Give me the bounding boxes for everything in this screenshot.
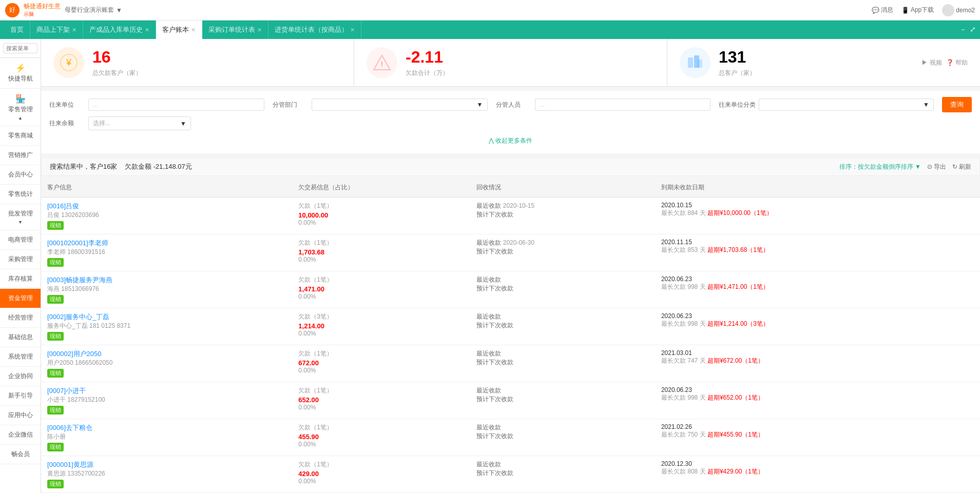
nav-operations[interactable]: 经营管理	[0, 308, 41, 328]
company-select[interactable]: 母婴行业演示账套 ▼	[65, 6, 122, 14]
nav-retail-stats[interactable]: 零售统计	[0, 185, 41, 204]
last-collect-label: 最近收款	[476, 423, 649, 432]
stat-icon-customers: ¥	[53, 47, 84, 78]
app-download-btn[interactable]: 📱 App下载	[901, 6, 934, 14]
tab-close-production[interactable]: ✕	[145, 27, 149, 33]
search-menu-input[interactable]	[3, 43, 37, 53]
nav-finance[interactable]: 资金管理	[0, 289, 41, 308]
tab-production-history[interactable]: 产成品入库单历史 ✕	[83, 21, 156, 39]
tab-close-purchase[interactable]: ✕	[257, 27, 262, 33]
due-date-cell: 2020.06.23 最长欠款 998 天 超期¥1,471.00（1笔）	[655, 271, 980, 308]
nav-ecommerce[interactable]: 电商管理	[0, 230, 41, 250]
overdue-text: 超期¥672.00（1笔）	[707, 357, 764, 364]
balance-input[interactable]: 选择... ▼	[88, 116, 191, 130]
collection-cell: 最近收款 预计下次收款	[470, 345, 655, 382]
nav-enterprise[interactable]: 企业协同	[0, 367, 41, 386]
tab-close-import[interactable]: ✕	[350, 27, 355, 33]
logo-icon: 好	[5, 3, 20, 17]
search-menu-area	[0, 39, 41, 58]
nav-vip-member[interactable]: 畅会员	[0, 445, 41, 464]
debt-amount: 455.90	[298, 433, 464, 441]
customer-name-link[interactable]: [000001]黄思源	[47, 460, 286, 469]
customer-info-cell: [0006]去下粮仓 陈小册 现销	[41, 419, 292, 456]
tab-customer-account[interactable]: 客户账本 ✕	[156, 21, 202, 39]
tab-minimize-btn[interactable]: －	[959, 25, 967, 34]
main-layout: ⚡ 快捷导航 🏪 零售管理 ▲ 零售商城 营销推广 会员中心 零售统计 批发管理…	[0, 39, 980, 493]
debt-amount: 1,214.00	[298, 322, 464, 330]
overdue-days: 最长欠款 884 天 超期¥10,000.00（1笔）	[661, 209, 974, 218]
refresh-btn[interactable]: ↻ 刷新	[952, 163, 971, 171]
overdue-days: 最长欠款 998 天 超期¥1,214.00（3笔）	[661, 320, 974, 328]
collection-cell: 最近收款 预计下次收款	[470, 382, 655, 419]
overdue-days: 最长欠款 853 天 超期¥1,703.68（1笔）	[661, 246, 974, 254]
th-customer-info: 客户信息	[41, 178, 292, 198]
customer-name-link[interactable]: [0002]服务中心_丁磊	[47, 312, 286, 322]
filter-bar: 往来单位 ... 分管部门 ▼ 分管人员 ...	[41, 91, 980, 153]
nav-enterprise-wx[interactable]: 企业微信	[0, 425, 41, 445]
customer-sub: 陈小册	[47, 432, 286, 441]
stat-total-customers: 131 总客户（家） ▶ 视频 ❓ 帮助	[667, 39, 980, 86]
nav-quick[interactable]: ⚡ 快捷导航	[0, 58, 41, 89]
nav-system[interactable]: 系统管理	[0, 347, 41, 367]
customer-tag: 现销	[47, 221, 64, 230]
dept-input[interactable]: ▼	[312, 98, 488, 111]
user-menu[interactable]: demo2	[942, 4, 975, 16]
tab-maximize-btn[interactable]: ⤢	[970, 25, 976, 34]
stat-actions: ▶ 视频 ❓ 帮助	[921, 58, 968, 67]
debt-percent: 0.00%	[298, 441, 464, 448]
export-btn[interactable]: ⊙ 导出	[927, 163, 946, 171]
message-icon: 💬	[872, 7, 879, 14]
last-collect-label: 最近收款 2020-10-15	[476, 202, 649, 210]
staff-label: 分管人员	[496, 101, 532, 109]
unit-category-dropdown-icon: ▼	[923, 101, 929, 108]
tab-home[interactable]: 首页	[4, 21, 30, 39]
nav-basic-info[interactable]: 基础信息	[0, 328, 41, 347]
debt-count: 欠款（1笔）	[298, 202, 464, 210]
nav-retail-store[interactable]: 零售商城	[0, 126, 41, 146]
nav-newcomer[interactable]: 新手引导	[0, 386, 41, 406]
next-collect-label: 预计下次收款	[476, 469, 649, 478]
overdue-days: 最长欠款 750 天 超期¥455.90（1笔）	[661, 430, 974, 439]
customer-name-link[interactable]: [0006]去下粮仓	[47, 423, 286, 432]
nav-inventory[interactable]: 库存核算	[0, 269, 41, 289]
tab-import-stats[interactable]: 进货单统计表（按商品） ✕	[268, 21, 361, 39]
debt-info-cell: 欠款（1笔） 429.00 0.00%	[292, 456, 470, 493]
nav-app-center[interactable]: 应用中心	[0, 406, 41, 425]
customer-name-link[interactable]: [0007]小进干	[47, 386, 286, 396]
customer-name-link[interactable]: [0003]畅捷服务尹海燕	[47, 275, 286, 285]
nav-retail-mgmt[interactable]: 🏪 零售管理 ▲	[0, 89, 41, 126]
table-row: [0006]去下粮仓 陈小册 现销 欠款（1笔） 455.90 0.00% 最近…	[41, 419, 980, 456]
debt-amount: 10,000.00	[298, 211, 464, 219]
collapse-label: 收起更多条件	[495, 137, 532, 144]
due-date-cell: 2020.06.23 最长欠款 998 天 超期¥1,214.00（3笔）	[655, 308, 980, 345]
tab-close-products-off[interactable]: ✕	[72, 27, 76, 33]
collapse-row[interactable]: ⋀ 收起更多条件	[49, 134, 972, 147]
debt-info-cell: 欠款（1笔） 10,000.00 0.00%	[292, 198, 470, 234]
unit-category-input[interactable]: ▼	[759, 98, 934, 111]
help-btn[interactable]: ❓ 帮助	[946, 58, 968, 67]
nav-member[interactable]: 会员中心	[0, 165, 41, 185]
due-date: 2020.06.23	[661, 386, 974, 393]
debt-amount: 429.00	[298, 470, 464, 478]
customer-info-cell: [0016]吕俊 吕俊 13026203696 现销	[41, 198, 292, 234]
next-collect-label: 预计下次收款	[476, 321, 649, 330]
tab-purchase-order[interactable]: 采购订单统计表 ✕	[202, 21, 268, 39]
nav-marketing[interactable]: 营销推广	[0, 146, 41, 165]
nav-purchase[interactable]: 采购管理	[0, 250, 41, 269]
video-btn[interactable]: ▶ 视频	[921, 58, 941, 67]
customer-name-link[interactable]: [0016]吕俊	[47, 202, 286, 211]
tab-products-off[interactable]: 商品上下架 ✕	[30, 21, 83, 39]
customer-name-link[interactable]: [000002]用户2050	[47, 349, 286, 359]
staff-input[interactable]: ...	[535, 98, 711, 111]
source-unit-input[interactable]: ...	[88, 98, 264, 111]
tab-bar: 首页 商品上下架 ✕ 产成品入库单历史 ✕ 客户账本 ✕ 采购订单统计表 ✕ 进…	[0, 21, 980, 39]
search-button[interactable]: 查询	[942, 97, 972, 112]
customer-name-link[interactable]: [0001020001]李老师	[47, 239, 286, 248]
svg-text:¥: ¥	[66, 57, 72, 68]
debt-count: 欠款（1笔）	[298, 423, 464, 432]
tab-close-customer[interactable]: ✕	[191, 27, 196, 33]
nav-batch-mgmt[interactable]: 批发管理 ▼	[0, 204, 41, 230]
left-nav: ⚡ 快捷导航 🏪 零售管理 ▲ 零售商城 营销推广 会员中心 零售统计 批发管理…	[0, 39, 41, 493]
message-btn[interactable]: 💬 消息	[872, 6, 893, 14]
sort-btn[interactable]: 排序：按欠款金额倒序排序 ▼	[839, 163, 921, 171]
